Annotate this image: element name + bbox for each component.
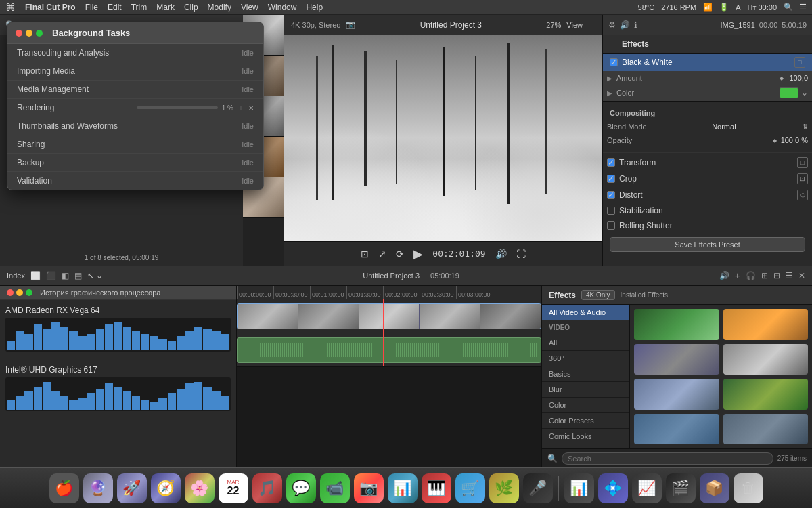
effect-item-4[interactable]: Bleach Bypass xyxy=(634,379,719,410)
effect-item-1[interactable]: Background Squares xyxy=(723,309,809,340)
video-track[interactable] xyxy=(237,299,541,333)
apple-menu[interactable]: ⌘ xyxy=(5,1,16,14)
search-icon[interactable]: 🔍 xyxy=(784,3,793,12)
cat-all-video-audio[interactable]: All Video & Audio xyxy=(542,305,629,320)
blend-mode-value[interactable]: Normal xyxy=(712,123,736,131)
viewer-view-btn[interactable]: View xyxy=(566,21,583,29)
gpu-close-btn[interactable] xyxy=(7,289,14,296)
menu-view[interactable]: View xyxy=(241,3,258,12)
close-timeline-icon[interactable]: ✕ xyxy=(798,271,805,280)
effect-item-7[interactable]: Effect 8 xyxy=(723,414,809,445)
gpu-max-btn[interactable] xyxy=(26,289,32,296)
fullscreen-btn[interactable]: ⛶ xyxy=(516,249,526,259)
menu-help[interactable]: Help xyxy=(306,3,323,12)
audio-icon[interactable]: 🔊 xyxy=(719,271,729,280)
color-expand-icon[interactable]: ⌄ xyxy=(801,88,808,98)
transform-checkbox[interactable]: ✓ xyxy=(607,158,615,167)
fullscreen-icon[interactable]: ⛶ xyxy=(588,21,595,29)
dock-garageband[interactable]: 🎤 xyxy=(523,473,553,503)
distort-expand-btn[interactable]: ⬡ xyxy=(797,190,808,200)
plus-icon[interactable]: + xyxy=(735,270,740,281)
timeline-icon-3[interactable]: ◧ xyxy=(62,271,69,280)
maximize-button[interactable] xyxy=(36,30,43,37)
crop-expand-btn[interactable]: ⊡ xyxy=(797,173,808,184)
control-center-icon[interactable]: ☰ xyxy=(800,3,807,12)
installed-effects-btn[interactable]: Installed Effects xyxy=(621,291,668,299)
timeline-icon-4[interactable]: ▤ xyxy=(74,271,82,280)
index-label[interactable]: Index xyxy=(7,272,25,280)
bw-checkbox[interactable]: ✓ xyxy=(610,58,618,66)
dock-activity-monitor[interactable]: 📊 xyxy=(564,473,594,503)
transform-btn[interactable]: ⤢ xyxy=(378,249,386,259)
video-clip[interactable] xyxy=(237,303,541,329)
viewer-zoom[interactable]: 27% xyxy=(546,21,561,29)
inspector-icon-2[interactable]: 🔊 xyxy=(620,20,630,30)
4k-only-btn[interactable]: 4K Only xyxy=(581,290,615,300)
menu-finalcutpro[interactable]: Final Cut Pro xyxy=(25,3,76,12)
save-effects-preset-btn[interactable]: Save Effects Preset xyxy=(610,237,805,252)
dock-messages[interactable]: 💬 xyxy=(286,473,316,503)
menu-clip[interactable]: Clip xyxy=(184,3,198,12)
dock-unknown[interactable]: 📦 xyxy=(700,473,729,503)
amount-arrow[interactable]: ▶ xyxy=(607,75,612,82)
view-icon[interactable]: ⊞ xyxy=(761,271,768,280)
settings-icon[interactable]: ☰ xyxy=(786,271,793,280)
color-chip[interactable] xyxy=(780,87,798,98)
timeline-icon-1[interactable]: ⬜ xyxy=(30,271,41,280)
menu-window[interactable]: Window xyxy=(268,3,297,12)
dock-safari[interactable]: 🧭 xyxy=(151,473,181,503)
volume-btn[interactable]: 🔊 xyxy=(495,249,507,259)
opacity-value[interactable]: 100,0 % xyxy=(781,136,808,144)
layout-icon[interactable]: ⊟ xyxy=(773,271,780,280)
cat-basics[interactable]: Basics xyxy=(542,366,629,382)
amount-value[interactable]: 100,0 xyxy=(789,74,808,82)
menu-edit[interactable]: Edit xyxy=(108,3,122,12)
effect-item-6[interactable]: Effect 7 xyxy=(634,414,719,445)
dock-photos-app[interactable]: 🌸 xyxy=(185,473,215,503)
dock-appstore[interactable]: 🛒 xyxy=(455,473,485,503)
dock-finder[interactable]: 🍎 xyxy=(49,473,79,503)
dock-finalcut[interactable]: 🎬 xyxy=(666,473,696,503)
menu-trim[interactable]: Trim xyxy=(131,3,148,12)
gpu-min-btn[interactable] xyxy=(16,289,23,296)
bw-expand-btn[interactable]: □ xyxy=(794,57,805,68)
close-button[interactable] xyxy=(16,30,22,37)
crop-checkbox[interactable]: ✓ xyxy=(607,175,615,183)
effects-checkbox[interactable] xyxy=(610,40,618,48)
inspector-icon-1[interactable]: ⚙ xyxy=(608,20,616,30)
effect-item-3[interactable]: Black & White xyxy=(723,344,809,375)
inspector-icon-3[interactable]: ℹ xyxy=(634,20,637,30)
cat-color[interactable]: Color xyxy=(542,398,629,413)
dock-stocks[interactable]: 📈 xyxy=(632,473,662,503)
blend-mode-arrows[interactable]: ⇅ xyxy=(803,123,808,130)
rolling-shutter-checkbox[interactable] xyxy=(607,221,615,230)
headphone-icon[interactable]: 🎧 xyxy=(746,271,756,280)
effect-item-0[interactable]: Aura xyxy=(634,309,719,340)
dock-numbers[interactable]: 📊 xyxy=(388,473,418,503)
minimize-button[interactable] xyxy=(26,30,32,37)
dock-calendar[interactable]: MAR22 xyxy=(219,473,248,503)
cat-360[interactable]: 360° xyxy=(542,351,629,366)
dock-3d-app[interactable]: 💠 xyxy=(598,473,628,503)
dock-itunes[interactable]: 🎹 xyxy=(422,473,451,503)
dock-music[interactable]: 🎵 xyxy=(252,473,282,503)
stabilization-checkbox[interactable] xyxy=(607,207,615,215)
audio-clip[interactable] xyxy=(237,337,541,363)
timeline-icon-2[interactable]: ⬛ xyxy=(46,271,56,280)
stop-icon[interactable]: ✕ xyxy=(248,104,254,112)
audio-track[interactable] xyxy=(237,333,541,367)
menu-mark[interactable]: Mark xyxy=(156,3,175,12)
effect-item-5[interactable]: Bloom xyxy=(723,379,809,410)
speed-btn[interactable]: ⟳ xyxy=(396,249,404,259)
dock-trash[interactable]: 🗑 xyxy=(734,473,763,503)
playhead[interactable] xyxy=(383,299,384,333)
distort-checkbox[interactable]: ✓ xyxy=(607,191,615,199)
menu-modify[interactable]: Modify xyxy=(208,3,231,12)
layout-btn[interactable]: ⊡ xyxy=(361,249,369,259)
cat-color-presets[interactable]: Color Presets xyxy=(542,413,629,429)
menu-file[interactable]: File xyxy=(85,3,98,12)
color-arrow[interactable]: ▶ xyxy=(607,89,612,97)
pause-icon[interactable]: ⏸ xyxy=(238,104,244,112)
dock-safari2[interactable]: 🌿 xyxy=(489,473,519,503)
cursor-tool[interactable]: ↖ ⌄ xyxy=(87,271,103,280)
